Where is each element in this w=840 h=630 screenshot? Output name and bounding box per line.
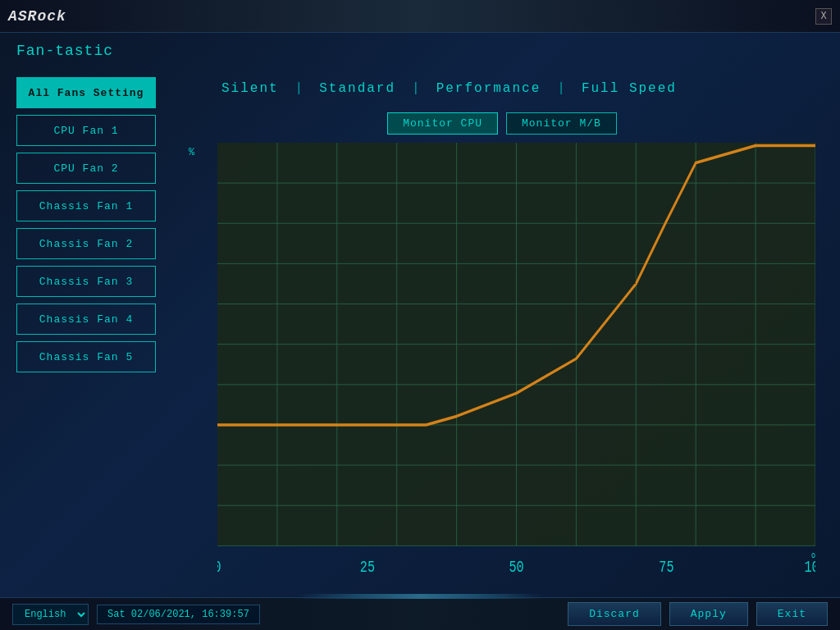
main-content: Fan-tastic All Fans SettingCPU Fan 1CPU …	[0, 33, 840, 597]
sidebar-item-chassis-fan-2[interactable]: Chassis Fan 2	[16, 228, 156, 259]
content-area: All Fans SettingCPU Fan 1CPU Fan 2Chassi…	[0, 69, 840, 597]
y-axis-label: %	[189, 147, 194, 158]
svg-text:50: 50	[509, 559, 523, 576]
sidebar-item-cpu-fan-1[interactable]: CPU Fan 1	[16, 115, 156, 146]
svg-text:75: 75	[659, 559, 673, 576]
preset-tab-performance[interactable]: Performance	[420, 77, 558, 100]
sidebar-item-chassis-fan-4[interactable]: Chassis Fan 4	[16, 304, 156, 335]
svg-text:°C: °C	[810, 552, 815, 569]
discard-button[interactable]: Discard	[568, 602, 661, 626]
bottom-actions: Discard Apply Exit	[568, 602, 828, 626]
tab-separator: |	[412, 81, 420, 96]
chart-wrapper: 100 50 0 0 25 50 75 100 °C	[217, 143, 815, 589]
svg-text:0: 0	[217, 559, 221, 576]
page-title: Fan-tastic	[0, 33, 840, 69]
apply-button[interactable]: Apply	[669, 602, 748, 626]
sidebar: All Fans SettingCPU Fan 1CPU Fan 2Chassi…	[8, 69, 172, 597]
close-button[interactable]: X	[815, 8, 832, 25]
preset-tab-standard[interactable]: Standard	[303, 77, 412, 100]
bottom-left: English Sat 02/06/2021, 16:39:57	[12, 604, 260, 625]
datetime-display: Sat 02/06/2021, 16:39:57	[97, 605, 260, 624]
bottom-decor	[0, 596, 840, 597]
tab-separator: |	[557, 81, 565, 96]
right-panel: Silent|Standard|Performance|Full Speed M…	[172, 69, 832, 597]
sidebar-item-cpu-fan-2[interactable]: CPU Fan 2	[16, 153, 156, 184]
decor-strip	[297, 594, 543, 599]
fan-curve-chart[interactable]: 100 50 0 0 25 50 75 100 °C	[217, 143, 815, 589]
preset-tab-full-speed[interactable]: Full Speed	[565, 77, 693, 100]
bottom-bar: English Sat 02/06/2021, 16:39:57 Discard…	[0, 597, 840, 630]
monitor-btn-monitor-cpu[interactable]: Monitor CPU	[387, 112, 498, 135]
language-selector[interactable]: English	[12, 604, 89, 625]
preset-tab-silent[interactable]: Silent	[205, 77, 295, 100]
monitor-btn-monitor-m/b[interactable]: Monitor M/B	[506, 112, 617, 135]
exit-button[interactable]: Exit	[756, 602, 828, 626]
svg-text:25: 25	[360, 559, 375, 576]
sidebar-item-chassis-fan-1[interactable]: Chassis Fan 1	[16, 190, 156, 221]
sidebar-item-all-fans-setting[interactable]: All Fans Setting	[16, 77, 156, 108]
tab-separator: |	[295, 81, 304, 96]
chart-container: %	[189, 143, 815, 589]
sidebar-item-chassis-fan-5[interactable]: Chassis Fan 5	[16, 341, 156, 372]
preset-tabs: Silent|Standard|Performance|Full Speed	[205, 77, 815, 100]
monitor-row: Monitor CPUMonitor M/B	[189, 112, 815, 135]
sidebar-item-chassis-fan-3[interactable]: Chassis Fan 3	[16, 266, 156, 297]
app-logo: ASRock	[8, 8, 66, 25]
top-bar: ASRock X	[0, 0, 840, 33]
